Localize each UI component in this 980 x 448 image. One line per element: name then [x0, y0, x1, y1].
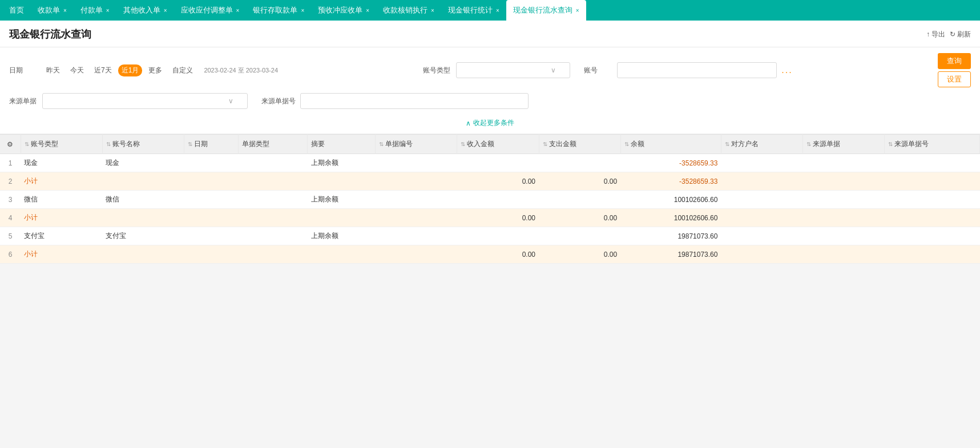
account-filter: 账号 ...	[584, 62, 792, 78]
row-income: 0.00	[457, 209, 539, 227]
row-source-doc	[803, 245, 885, 264]
close-adjustment-icon[interactable]: ×	[236, 7, 240, 14]
settings-button[interactable]: 设置	[938, 71, 971, 87]
balance-column-header[interactable]: ⇅余额	[620, 135, 721, 154]
table-body: 1 现金 现金 上期余额 -3528659.33 2 小计 0.00 0.00 …	[0, 154, 980, 264]
row-doc-type	[239, 227, 308, 245]
nav-receipt[interactable]: 收款单 ×	[31, 0, 74, 21]
close-bank-deposit-icon[interactable]: ×	[301, 7, 304, 14]
close-prepay-offset-icon[interactable]: ×	[366, 7, 369, 14]
nav-cash-bank-flow[interactable]: 现金银行流水查询 ×	[506, 0, 586, 21]
row-number: 5	[0, 227, 21, 245]
table-row: 3 微信 微信 上期余额 100102606.60	[0, 191, 980, 209]
summary-column-header[interactable]: 摘要	[308, 135, 376, 154]
row-balance: 19871073.60	[620, 245, 721, 264]
account-type-select[interactable]: ∨	[456, 62, 570, 78]
row-balance: 19871073.60	[620, 227, 721, 245]
nav-prepay-offset[interactable]: 预收冲应收单 ×	[311, 0, 376, 21]
export-link[interactable]: ↑ 导出	[926, 30, 945, 39]
row-doc-no	[376, 227, 457, 245]
collapse-bar[interactable]: ∧ 收起更多条件	[9, 115, 971, 134]
account-label: 账号	[584, 66, 612, 75]
date-btn-more[interactable]: 更多	[144, 64, 166, 77]
account-dots-button[interactable]: ...	[781, 65, 792, 75]
row-expense: 0.00	[539, 209, 620, 227]
doc-type-column-header[interactable]: 单据类型	[239, 135, 308, 154]
nav-collection-exec[interactable]: 收款核销执行 ×	[376, 0, 441, 21]
export-icon: ↑	[926, 30, 930, 38]
account-input[interactable]	[617, 62, 777, 78]
row-date	[184, 245, 238, 264]
date-btn-custom[interactable]: 自定义	[168, 64, 197, 77]
table-header-row: ⚙ ⇅账号类型 ⇅账号名称 ⇅日期 单据类型 摘要 ⇅单据编号 ⇅收入金额 ⇅支…	[0, 135, 980, 154]
source-doc-no-column-header[interactable]: ⇅来源单据号	[885, 135, 980, 154]
close-receipt-icon[interactable]: ×	[63, 7, 67, 14]
date-btn-today[interactable]: 今天	[66, 64, 88, 77]
row-doc-type	[239, 191, 308, 209]
row-doc-type	[239, 209, 308, 227]
row-number: 3	[0, 191, 21, 209]
row-number: 1	[0, 154, 21, 172]
row-summary: 上期余额	[308, 191, 376, 209]
row-balance: -3528659.33	[620, 172, 721, 191]
nav-adjustment[interactable]: 应收应付调整单 ×	[174, 0, 247, 21]
row-summary: 上期余额	[308, 154, 376, 172]
account-name-column-header[interactable]: ⇅账号名称	[102, 135, 184, 154]
date-btn-1month[interactable]: 近1月	[118, 64, 143, 76]
doc-no-column-header[interactable]: ⇅单据编号	[376, 135, 457, 154]
close-payment-icon[interactable]: ×	[106, 7, 110, 14]
expense-column-header[interactable]: ⇅支出金额	[539, 135, 620, 154]
row-expense	[539, 154, 620, 172]
close-collection-exec-icon[interactable]: ×	[431, 7, 434, 14]
source-doc-select[interactable]: ∨	[42, 93, 248, 109]
row-source-doc	[803, 191, 885, 209]
row-expense: 0.00	[539, 245, 620, 264]
row-summary: 上期余额	[308, 227, 376, 245]
source-doc-arrow-icon: ∨	[228, 97, 233, 105]
row-source-doc-no	[885, 245, 980, 264]
close-other-income-icon[interactable]: ×	[164, 7, 167, 14]
row-number: 4	[0, 209, 21, 227]
gear-column-header[interactable]: ⚙	[0, 135, 21, 154]
nav-other-income[interactable]: 其他收入单 ×	[116, 0, 174, 21]
counterpart-column-header[interactable]: ⇅对方户名	[721, 135, 802, 154]
nav-bank-deposit[interactable]: 银行存取款单 ×	[246, 0, 311, 21]
row-date	[184, 154, 238, 172]
table-row: 6 小计 0.00 0.00 19871073.60	[0, 245, 980, 264]
row-balance: 100102606.60	[620, 191, 721, 209]
row-account-type: 现金	[21, 154, 102, 172]
income-column-header[interactable]: ⇅收入金额	[457, 135, 539, 154]
source-doc-column-header[interactable]: ⇅来源单据	[803, 135, 885, 154]
row-account-name: 支付宝	[102, 227, 184, 245]
date-btn-7days[interactable]: 近7天	[90, 64, 116, 77]
row-source-doc	[803, 227, 885, 245]
refresh-link[interactable]: ↻ 刷新	[950, 30, 971, 39]
row-doc-type	[239, 245, 308, 264]
row-account-type: 支付宝	[21, 227, 102, 245]
row-income	[457, 227, 539, 245]
query-button[interactable]: 查询	[938, 53, 971, 69]
row-account-type: 小计	[21, 245, 102, 264]
header-actions: ↑ 导出 ↻ 刷新	[926, 30, 971, 39]
close-cash-bank-flow-icon[interactable]: ×	[576, 7, 579, 14]
account-type-column-header[interactable]: ⇅账号类型	[21, 135, 102, 154]
nav-cash-bank-stats[interactable]: 现金银行统计 ×	[441, 0, 506, 21]
date-btn-yesterday[interactable]: 昨天	[42, 64, 64, 77]
date-column-header[interactable]: ⇅日期	[184, 135, 238, 154]
nav-payment[interactable]: 付款单 ×	[74, 0, 116, 21]
date-buttons: 昨天 今天 近7天 近1月 更多 自定义	[42, 64, 197, 77]
row-expense: 0.00	[539, 172, 620, 191]
row-income: 0.00	[457, 245, 539, 264]
row-counterpart	[721, 209, 802, 227]
date-label: 日期	[9, 66, 38, 75]
source-doc-no-input[interactable]	[300, 93, 529, 109]
source-doc-label: 来源单据	[9, 96, 38, 106]
page-header: 现金银行流水查询 ↑ 导出 ↻ 刷新	[0, 21, 980, 47]
nav-home[interactable]: 首页	[2, 0, 31, 21]
collapse-icon: ∧	[466, 119, 471, 127]
row-income	[457, 191, 539, 209]
close-cash-bank-stats-icon[interactable]: ×	[496, 7, 499, 14]
source-doc-filter: 来源单据 ∨	[9, 93, 248, 109]
row-account-name: 现金	[102, 154, 184, 172]
row-date	[184, 209, 238, 227]
